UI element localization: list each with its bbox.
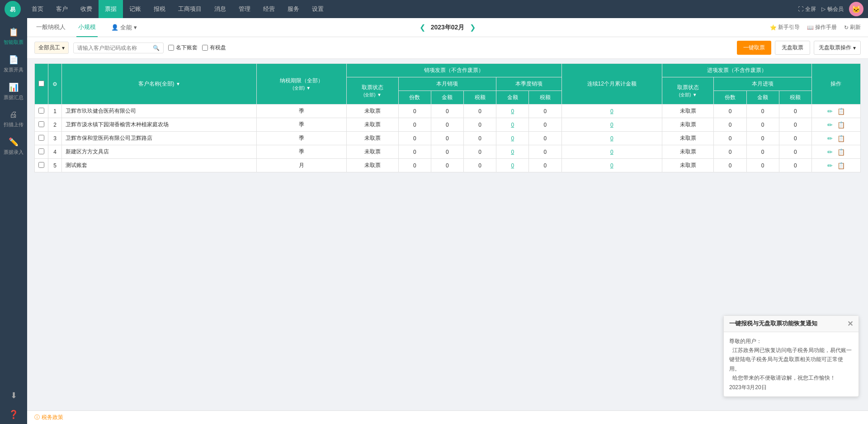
employee-select[interactable]: 全部员工 ▾ <box>34 42 69 54</box>
view-btn[interactable]: 📋 <box>837 135 845 142</box>
row-s-month-tax: 0 <box>464 159 496 172</box>
notif-text: 尊敬的用户： 江苏政务网已恢复访问电子税务局功能，易代账一键登陆电子税务局与无盘… <box>729 337 853 392</box>
sidebar-item-scan[interactable]: 🖨 扫描上传 <box>0 105 27 133</box>
edit-btn[interactable]: ✏ <box>827 148 833 156</box>
row-tax-period: 月 <box>257 159 347 172</box>
nav-right: ⛶ 全屏 ▷ 畅会员 🐱 <box>798 2 863 16</box>
nav-accounting[interactable]: 记账 <box>123 0 147 18</box>
sidebar-item-smart-fetch[interactable]: 📋 智能取票 <box>0 23 27 50</box>
row-tax-period: 季 <box>257 145 347 159</box>
row-s-quarter-tax: 0 <box>529 159 561 172</box>
row-s-quarter-tax: 0 <box>529 145 561 159</box>
no-disk-btn[interactable]: 无盘取票 <box>775 41 810 55</box>
toolbar-right: 一键取票 无盘取票 无盘取票操作 ▾ <box>737 41 861 55</box>
row-tax-period: 季 <box>257 132 347 145</box>
table-row: 3 卫辉市保和堂医药有限公司卫辉路店 季 未取票 0 0 0 0 0 0 未取票… <box>35 132 861 145</box>
nav-manage[interactable]: 管理 <box>232 0 257 18</box>
col-sales-status-header: 取票状态 (全部) ▼ <box>347 77 398 105</box>
row-checkbox[interactable] <box>35 145 48 159</box>
search-icon[interactable]: 🔍 <box>153 45 160 51</box>
row-client: 卫辉市保和堂医药有限公司卫辉路店 <box>62 132 257 145</box>
nav-home[interactable]: 首页 <box>25 0 50 18</box>
nav-billing[interactable]: 收费 <box>74 0 99 18</box>
tax-policy-link[interactable]: ⓘ 税务政策 <box>34 414 63 421</box>
search-input[interactable] <box>77 45 151 51</box>
nav-invoice[interactable]: 票据 <box>99 0 123 18</box>
edit-btn[interactable]: ✏ <box>827 162 833 169</box>
manual-btn[interactable]: 📖 操作手册 <box>807 24 837 31</box>
sidebar-item-label: 票据汇总 <box>4 94 24 101</box>
issue-icon: 📄 <box>9 55 19 65</box>
edit-btn[interactable]: ✏ <box>827 108 833 115</box>
edit-btn[interactable]: ✏ <box>827 135 833 142</box>
filter-icon[interactable]: ▼ <box>176 81 180 86</box>
filter-icon[interactable]: ▼ <box>377 92 382 97</box>
tab-bar-right: ⭐ 新手引导 📖 操作手册 ↻ 刷新 <box>770 24 861 31</box>
row-client: 卫辉市玖玖健合医药有限公司 <box>62 105 257 118</box>
sidebar-item-issue[interactable]: 📄 发票开具 <box>0 50 27 78</box>
tax-disk-check[interactable] <box>202 45 208 51</box>
next-period-btn[interactable]: ❯ <box>470 23 476 32</box>
row-p-month-shares: 0 <box>714 105 746 118</box>
one-click-btn[interactable]: 一键取票 <box>737 41 771 55</box>
sidebar-item-summary[interactable]: 📊 票据汇总 <box>0 78 27 105</box>
prev-period-btn[interactable]: ❮ <box>420 23 425 32</box>
view-btn[interactable]: 📋 <box>837 108 845 115</box>
name-account-checkbox[interactable]: 名下账套 <box>168 44 198 52</box>
row-p-month-tax: 0 <box>779 132 811 145</box>
period-nav: ❮ 2023年02月 ❯ <box>420 23 476 32</box>
view-btn[interactable]: 📋 <box>837 121 845 129</box>
info-icon: ⓘ <box>34 414 40 421</box>
row-s-quarter-amount: 0 <box>496 145 529 159</box>
tab-general-taxpayer[interactable]: 一般纳税人 <box>34 18 67 37</box>
row-client: 新建区方方文具店 <box>62 145 257 159</box>
user-avatar[interactable]: 🐱 <box>849 2 863 16</box>
entry-icon: ✏️ <box>9 137 19 147</box>
tax-disk-checkbox[interactable]: 有税盘 <box>202 44 226 52</box>
nav-tax[interactable]: 报税 <box>147 0 172 18</box>
nav-message[interactable]: 消息 <box>208 0 232 18</box>
no-disk-ops-btn[interactable]: 无盘取票操作 ▾ <box>814 41 861 55</box>
tab-all[interactable]: 👤 全能 ▾ <box>107 24 142 32</box>
nav-business[interactable]: 工商项目 <box>172 0 208 18</box>
nav-client[interactable]: 客户 <box>50 0 74 18</box>
notif-close-btn[interactable]: ✕ <box>847 319 853 328</box>
select-all-checkbox[interactable] <box>38 81 44 86</box>
sidebar-item-label: 扫描上传 <box>4 121 24 128</box>
sidebar-item-download[interactable]: ⬇ <box>9 386 19 405</box>
new-guide-btn[interactable]: ⭐ 新手引导 <box>770 24 800 31</box>
nav-service[interactable]: 服务 <box>281 0 306 18</box>
row-tax-period: 季 <box>257 118 347 132</box>
notification-panel: 一键报税与无盘取票功能恢复通知 ✕ 尊敬的用户： 江苏政务网已恢复访问电子税务局… <box>723 315 859 397</box>
view-btn[interactable]: 📋 <box>837 148 845 156</box>
row-actions: ✏ 📋 <box>811 132 860 145</box>
row-checkbox[interactable] <box>35 105 48 118</box>
row-actions: ✏ 📋 <box>811 145 860 159</box>
row-p-month-amount: 0 <box>746 132 779 145</box>
row-checkbox[interactable] <box>35 118 48 132</box>
row-checkbox[interactable] <box>35 132 48 145</box>
member-btn[interactable]: ▷ 畅会员 <box>821 5 844 13</box>
notif-header: 一键报税与无盘取票功能恢复通知 ✕ <box>724 316 859 332</box>
row-p-month-shares: 0 <box>714 118 746 132</box>
nav-settings[interactable]: 设置 <box>306 0 330 18</box>
filter-icon[interactable]: ▼ <box>693 92 697 97</box>
name-account-check[interactable] <box>168 45 174 51</box>
col-actions-header: 操作 <box>811 64 860 105</box>
table-row: 4 新建区方方文具店 季 未取票 0 0 0 0 0 0 未取票 0 0 0 ✏… <box>35 145 861 159</box>
refresh-btn[interactable]: ↻ 刷新 <box>844 24 861 31</box>
fullscreen-btn[interactable]: ⛶ 全屏 <box>798 5 816 13</box>
sidebar-item-entry[interactable]: ✏️ 票据录入 <box>0 133 27 160</box>
col-s-quarter-amount: 金额 <box>496 91 529 105</box>
filter-icon[interactable]: ▼ <box>306 86 311 91</box>
nav-operation[interactable]: 经营 <box>257 0 281 18</box>
row-purchase-status: 未取票 <box>662 118 713 132</box>
view-btn[interactable]: 📋 <box>837 162 845 169</box>
tab-small-scale[interactable]: 小规模 <box>76 18 98 37</box>
row-s-month-tax: 0 <box>464 145 496 159</box>
settings-icon[interactable]: ⚙ <box>52 81 57 87</box>
edit-btn[interactable]: ✏ <box>827 121 833 129</box>
sidebar-item-help[interactable]: ❓ <box>9 405 19 424</box>
chevron-down-icon: ▾ <box>62 45 65 51</box>
row-checkbox[interactable] <box>35 159 48 172</box>
